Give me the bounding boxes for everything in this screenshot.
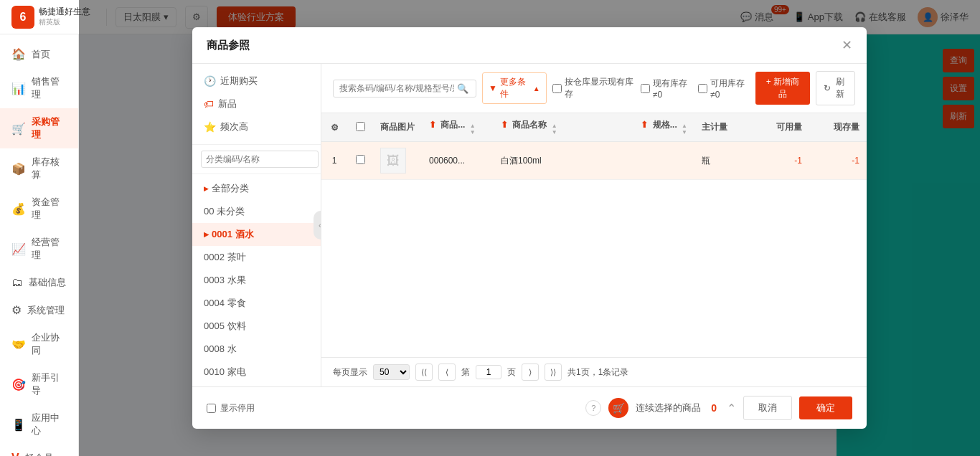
basic-info-icon: 🗂 bbox=[11, 276, 23, 289]
purchase-icon: 🛒 bbox=[11, 122, 26, 136]
product-search-input[interactable] bbox=[339, 83, 454, 93]
col-header-name[interactable]: ⬆ 商品名称 ▲ ▼ bbox=[494, 113, 633, 142]
show-disabled-checkbox-label[interactable]: 显示停用 bbox=[207, 402, 255, 414]
more-filter-button[interactable]: ▼ 更多条件 ▲ bbox=[482, 72, 547, 104]
modal-left-panel: 🕐 近期购买 🏷 新品 ⭐ 频次高 bbox=[192, 64, 321, 386]
next-page-button[interactable]: ⟩ bbox=[522, 364, 539, 381]
cart-label: 连续选择的商品 bbox=[636, 402, 701, 414]
sidebar-item-member[interactable]: V 畅会员 bbox=[0, 445, 78, 456]
checkbox-usable-nonzero[interactable]: 可用库存≠0 bbox=[698, 77, 750, 100]
sidebar-item-sales[interactable]: 📊 销售管理 bbox=[0, 68, 78, 108]
row-img-cell: 🖼 bbox=[373, 142, 422, 180]
filter-collapse-icon: ▲ bbox=[533, 85, 540, 92]
checkbox-available-nonzero[interactable]: 现有库存≠0 bbox=[641, 77, 692, 100]
col-header-settings[interactable]: ⚙ bbox=[321, 113, 347, 142]
category-item-all[interactable]: ▶ 全部分类 bbox=[192, 177, 321, 200]
sort-arrows-code: ▲ ▼ bbox=[470, 123, 476, 136]
cart-icon[interactable]: 🛒 bbox=[608, 398, 628, 418]
page-number-input[interactable]: 1 bbox=[476, 365, 501, 379]
col-header-spec[interactable]: ⬆ 规格... ▲ ▼ bbox=[633, 113, 694, 142]
sidebar-item-finance[interactable]: 💰 资金管理 bbox=[0, 189, 78, 229]
inventory-icon: 📦 bbox=[11, 162, 26, 176]
frequent-icon: ⭐ bbox=[204, 121, 216, 133]
sidebar-item-purchase[interactable]: 🛒 采购管理 bbox=[0, 108, 78, 148]
quick-link-new[interactable]: 🏷 新品 bbox=[192, 92, 321, 115]
quick-link-frequent[interactable]: ⭐ 频次高 bbox=[192, 115, 321, 138]
modal-right-panel: 🔍 ▼ 更多条件 ▲ 按仓库显示现有库存 bbox=[321, 64, 867, 386]
collapse-panel-button[interactable]: « bbox=[314, 211, 321, 239]
help-button[interactable]: ? bbox=[585, 400, 601, 416]
table-row[interactable]: 1 🖼 000600. bbox=[321, 142, 867, 180]
quick-link-recent[interactable]: 🕐 近期购买 bbox=[192, 70, 321, 92]
modal-title: 商品参照 bbox=[207, 39, 250, 52]
sidebar-item-guide[interactable]: 🎯 新手引导 bbox=[0, 364, 78, 404]
sales-icon: 📊 bbox=[11, 82, 26, 95]
footer-right: ? 🛒 连续选择的商品 0 ⌃ 取消 确定 bbox=[585, 396, 852, 420]
enterprise-icon: 🤝 bbox=[11, 338, 26, 351]
row-avail-cell: -1 bbox=[752, 142, 809, 180]
warehouse-stock-checkbox[interactable] bbox=[552, 84, 562, 93]
sidebar-item-home[interactable]: 🏠 首页 bbox=[0, 40, 78, 68]
quick-links: 🕐 近期购买 🏷 新品 ⭐ 频次高 bbox=[192, 64, 321, 145]
category-active-expand-icon: ▶ bbox=[204, 231, 209, 238]
category-expand-icon: ▶ bbox=[204, 185, 209, 192]
category-item-6[interactable]: 0008 水 bbox=[192, 338, 321, 361]
product-table-container: ⚙ 商品图片 bbox=[321, 113, 867, 357]
sidebar-item-operations[interactable]: 📈 经营管理 bbox=[0, 229, 78, 269]
sort-icon-spec: ⬆ bbox=[641, 120, 648, 130]
show-disabled-checkbox[interactable] bbox=[207, 404, 216, 413]
sidebar-item-system[interactable]: ⚙ 系统管理 bbox=[0, 296, 78, 324]
page-of-label: 页 bbox=[507, 366, 516, 379]
category-item-5[interactable]: 0005 饮料 bbox=[192, 315, 321, 338]
table-settings-icon[interactable]: ⚙ bbox=[331, 123, 339, 133]
sidebar-item-basic-info[interactable]: 🗂 基础信息 bbox=[0, 269, 78, 296]
category-item-7[interactable]: 0010 家电 bbox=[192, 361, 321, 384]
category-item-4[interactable]: 0004 零食 bbox=[192, 292, 321, 315]
modal-close-button[interactable]: ✕ bbox=[842, 37, 852, 53]
category-item-0[interactable]: 00 未分类 bbox=[192, 200, 321, 223]
home-icon: 🏠 bbox=[11, 47, 26, 61]
product-search-icon-button[interactable]: 🔍 bbox=[457, 83, 468, 94]
footer-collapse-button[interactable]: ⌃ bbox=[727, 402, 736, 415]
finance-icon: 💰 bbox=[11, 202, 26, 216]
main-layout: 🏠 首页 📊 销售管理 🛒 采购管理 📦 库存核算 💰 资金管理 📈 经 bbox=[0, 34, 980, 456]
prev-page-button[interactable]: ⟨ bbox=[438, 364, 456, 381]
last-page-button[interactable]: ⟩⟩ bbox=[545, 364, 562, 381]
sort-arrows-spec: ▲ ▼ bbox=[682, 123, 687, 136]
page-size-select[interactable]: 50 100 200 bbox=[373, 364, 410, 380]
row-checkbox[interactable] bbox=[356, 155, 365, 164]
sort-icon-code: ⬆ bbox=[429, 120, 436, 130]
modal-header: 商品参照 ✕ bbox=[192, 27, 867, 64]
row-seq: 1 bbox=[321, 142, 347, 180]
usable-nonzero-checkbox[interactable] bbox=[698, 84, 707, 93]
modal-body: 🕐 近期购买 🏷 新品 ⭐ 频次高 bbox=[192, 64, 867, 386]
sidebar-item-enterprise[interactable]: 🤝 企业协同 bbox=[0, 324, 78, 364]
row-checkbox-cell[interactable] bbox=[347, 142, 373, 180]
system-icon: ⚙ bbox=[11, 303, 22, 317]
col-header-checkbox[interactable] bbox=[347, 113, 373, 142]
col-header-code[interactable]: ⬆ 商品... ▲ ▼ bbox=[422, 113, 494, 142]
select-all-checkbox[interactable] bbox=[356, 122, 365, 131]
sidebar-item-appstore[interactable]: 📱 应用中心 bbox=[0, 404, 78, 445]
available-nonzero-checkbox[interactable] bbox=[641, 84, 650, 93]
first-page-button[interactable]: ⟨⟨ bbox=[415, 364, 433, 381]
category-search-input[interactable] bbox=[201, 151, 319, 168]
row-spec-cell bbox=[633, 142, 694, 180]
product-table: ⚙ 商品图片 bbox=[321, 113, 867, 180]
page-size-label: 每页显示 bbox=[333, 366, 367, 379]
refresh-button[interactable]: ↻ 刷新 bbox=[816, 71, 855, 105]
category-item-2[interactable]: 0002 茶叶 bbox=[192, 246, 321, 269]
checkbox-warehouse-stock[interactable]: 按仓库显示现有库存 bbox=[552, 76, 635, 100]
row-stock-cell: -1 bbox=[809, 142, 867, 180]
page-label: 第 bbox=[461, 366, 470, 379]
row-name-cell: 白酒100ml bbox=[494, 142, 633, 180]
refresh-icon: ↻ bbox=[824, 83, 831, 93]
modal-toolbar: 🔍 ▼ 更多条件 ▲ 按仓库显示现有库存 bbox=[321, 64, 867, 113]
add-product-button[interactable]: + 新增商品 bbox=[755, 72, 809, 105]
category-item-3[interactable]: 0003 水果 bbox=[192, 269, 321, 292]
category-item-1[interactable]: ▶ 0001 酒水 bbox=[192, 223, 321, 246]
confirm-button[interactable]: 确定 bbox=[799, 396, 852, 419]
recent-icon: 🕐 bbox=[204, 75, 216, 87]
cancel-button[interactable]: 取消 bbox=[743, 396, 792, 420]
sidebar-item-inventory[interactable]: 📦 库存核算 bbox=[0, 148, 78, 189]
